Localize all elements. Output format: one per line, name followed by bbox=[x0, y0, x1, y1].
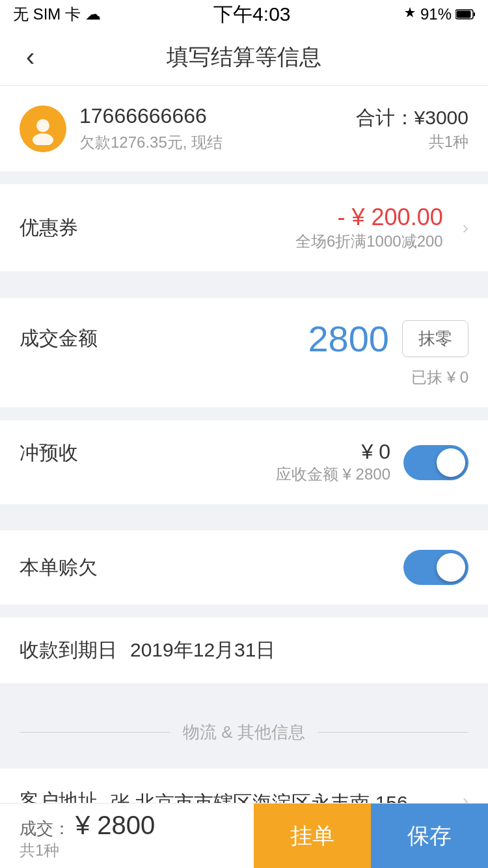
divider-3 bbox=[0, 696, 488, 709]
logistics-text: 物流 & 其他信息 bbox=[183, 721, 305, 744]
status-time: 下午4:03 bbox=[213, 1, 290, 28]
status-right: 91% bbox=[403, 5, 475, 23]
svg-rect-2 bbox=[456, 11, 470, 18]
coupon-label: 优惠券 bbox=[20, 215, 78, 241]
page-title: 填写结算等信息 bbox=[167, 42, 321, 72]
total-count: 共1种 bbox=[356, 131, 468, 152]
divider-2 bbox=[0, 517, 488, 530]
credit-toggle[interactable] bbox=[403, 550, 468, 585]
logistics-divider: 物流 & 其他信息 bbox=[0, 709, 488, 755]
coupon-amount: - ¥ 200.00 bbox=[295, 204, 443, 231]
avatar bbox=[20, 105, 66, 152]
battery-indicator bbox=[403, 5, 416, 23]
toggle-circle bbox=[437, 448, 465, 477]
bottom-amount: ¥ 2800 bbox=[75, 811, 155, 840]
prepay-sub: 应收金额 ¥ 2800 bbox=[276, 464, 390, 485]
nav-bar: ‹ 填写结算等信息 bbox=[0, 29, 488, 86]
sim-status: 无 SIM 卡 ☁ bbox=[13, 4, 101, 25]
svg-point-3 bbox=[36, 119, 49, 132]
svg-point-4 bbox=[33, 133, 53, 145]
status-bar: 无 SIM 卡 ☁ 下午4:03 91% bbox=[0, 0, 488, 29]
customer-total: 合计：¥3000 共1种 bbox=[356, 105, 468, 152]
prepay-amount: ¥ 0 bbox=[276, 440, 390, 464]
deal-label: 成交金额 bbox=[20, 325, 98, 352]
bottom-deal-label: 成交： bbox=[20, 817, 70, 840]
due-date-card: 收款到期日 2019年12月31日 bbox=[0, 617, 488, 683]
round-button[interactable]: 抹零 bbox=[402, 320, 468, 357]
bottom-info: 成交： ¥ 2800 共1种 bbox=[0, 811, 254, 861]
credit-toggle-circle bbox=[437, 553, 465, 582]
total-amount: 合计：¥3000 bbox=[356, 105, 468, 131]
deal-amount-value: 2800 bbox=[308, 318, 389, 360]
coupon-right: - ¥ 200.00 全场6折满1000减200 › bbox=[295, 204, 468, 252]
due-date-label: 收款到期日 bbox=[20, 637, 117, 664]
divider-1 bbox=[0, 285, 488, 298]
coupon-chevron-icon: › bbox=[463, 217, 468, 238]
deal-sub: 已抹 ¥ 0 bbox=[411, 368, 468, 386]
customer-sub: 欠款1276.35元, 现结 bbox=[79, 132, 223, 153]
logistics-line-right bbox=[318, 732, 468, 733]
bottom-bar: 成交： ¥ 2800 共1种 挂单 保存 bbox=[0, 803, 488, 868]
save-button[interactable]: 保存 bbox=[371, 804, 488, 869]
logistics-line-left bbox=[20, 732, 170, 733]
prepay-card: 冲预收 ¥ 0 应收金额 ¥ 2800 bbox=[0, 420, 488, 504]
prepay-label: 冲预收 bbox=[20, 440, 78, 467]
battery-percent: 91% bbox=[420, 5, 452, 23]
customer-phone: 17666666666 bbox=[79, 104, 223, 128]
hang-single-button[interactable]: 挂单 bbox=[254, 804, 371, 869]
bottom-count: 共1种 bbox=[20, 840, 234, 861]
coupon-card: 优惠券 - ¥ 200.00 全场6折满1000减200 › bbox=[0, 184, 488, 272]
coupon-row[interactable]: 优惠券 - ¥ 200.00 全场6折满1000减200 › bbox=[0, 184, 488, 272]
coupon-desc: 全场6折满1000减200 bbox=[295, 231, 443, 252]
customer-info-card: 17666666666 欠款1276.35元, 现结 合计：¥3000 共1种 bbox=[0, 86, 488, 171]
prepay-toggle[interactable] bbox=[403, 445, 468, 480]
due-date-value: 2019年12月31日 bbox=[130, 637, 275, 664]
back-button[interactable]: ‹ bbox=[20, 36, 41, 78]
bottom-deal-row: 成交： ¥ 2800 bbox=[20, 811, 234, 840]
credit-card: 本单赊欠 bbox=[0, 530, 488, 604]
customer-info: 17666666666 欠款1276.35元, 现结 bbox=[79, 104, 223, 153]
status-left: 无 SIM 卡 ☁ bbox=[13, 4, 101, 25]
deal-section: 成交金额 2800 抹零 已抹 ¥ 0 bbox=[0, 298, 488, 407]
battery-icon bbox=[455, 5, 475, 23]
svg-rect-1 bbox=[474, 12, 475, 16]
credit-label: 本单赊欠 bbox=[20, 554, 98, 581]
